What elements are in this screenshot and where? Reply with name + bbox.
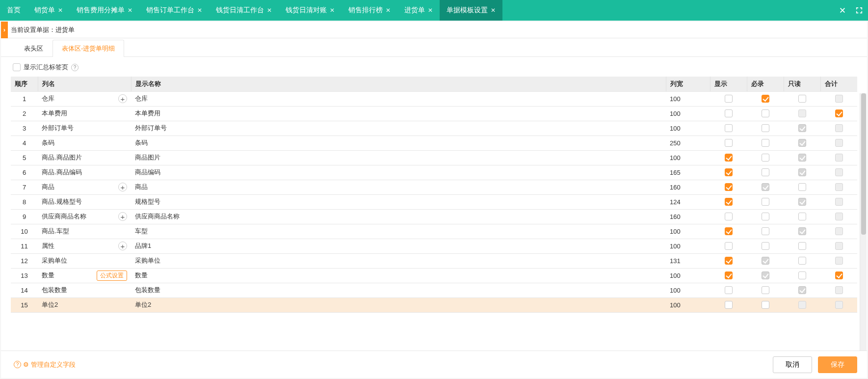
cell-width[interactable]: 131 <box>666 253 710 268</box>
cell-width[interactable]: 160 <box>666 180 710 194</box>
table-row[interactable]: 2本单费用本单费用100 <box>11 106 857 121</box>
cell-display-name[interactable]: 条码 <box>131 135 666 150</box>
required-checkbox[interactable] <box>762 286 769 294</box>
readonly-checkbox[interactable] <box>798 95 806 103</box>
table-row[interactable]: 7商品+商品160 <box>11 180 857 194</box>
table-row[interactable]: 15单位2单位2100 <box>11 298 857 312</box>
sub-tab-0[interactable]: 表头区 <box>15 40 53 57</box>
top-tab-7[interactable]: 进货单✕ <box>397 0 440 21</box>
sub-tab-1[interactable]: 表体区-进货单明细 <box>53 40 124 57</box>
tab-close-icon[interactable]: ✕ <box>267 7 272 14</box>
cell-display-name[interactable]: 外部订单号 <box>131 121 666 135</box>
cell-width[interactable]: 100 <box>666 224 710 239</box>
cell-width[interactable]: 100 <box>666 298 710 312</box>
cell-width[interactable]: 250 <box>666 135 710 150</box>
cell-display-name[interactable]: 供应商商品名称 <box>131 209 666 224</box>
cancel-button[interactable]: 取消 <box>773 356 812 373</box>
tab-close-icon[interactable]: ✕ <box>197 7 202 14</box>
add-icon[interactable]: + <box>118 183 127 191</box>
show-checkbox[interactable] <box>725 95 733 103</box>
readonly-checkbox[interactable] <box>798 271 806 279</box>
cell-display-name[interactable]: 品牌1 <box>131 239 666 253</box>
tab-close-icon[interactable]: ✕ <box>491 7 496 14</box>
readonly-checkbox[interactable] <box>798 183 806 191</box>
table-row[interactable]: 3外部订单号外部订单号100 <box>11 121 857 135</box>
cell-width[interactable]: 100 <box>666 150 710 165</box>
show-checkbox[interactable] <box>725 286 733 294</box>
required-checkbox[interactable] <box>762 124 769 132</box>
required-checkbox[interactable] <box>762 139 769 147</box>
close-all-icon[interactable] <box>839 6 846 14</box>
table-row[interactable]: 9供应商商品名称+供应商商品名称160 <box>11 209 857 224</box>
table-row[interactable]: 13数量公式设置数量100 <box>11 268 857 283</box>
tab-close-icon[interactable]: ✕ <box>128 7 132 14</box>
show-checkbox[interactable] <box>725 301 733 309</box>
cell-width[interactable]: 100 <box>666 91 710 106</box>
cell-width[interactable]: 165 <box>666 165 710 180</box>
manage-custom-fields-link[interactable]: 管理自定义字段 <box>31 360 76 369</box>
formula-settings-tag[interactable]: 公式设置 <box>97 271 127 281</box>
cell-display-name[interactable]: 采购单位 <box>131 253 666 268</box>
table-row[interactable]: 8商品.规格型号规格型号124 <box>11 194 857 209</box>
scrollbar-thumb[interactable] <box>861 93 866 235</box>
required-checkbox[interactable] <box>762 168 769 176</box>
cell-width[interactable]: 160 <box>666 209 710 224</box>
cell-width[interactable]: 100 <box>666 121 710 135</box>
cell-width[interactable]: 100 <box>666 239 710 253</box>
cell-display-name[interactable]: 本单费用 <box>131 106 666 121</box>
table-row[interactable]: 10商品.车型车型100 <box>11 224 857 239</box>
add-icon[interactable]: + <box>118 94 127 103</box>
total-checkbox[interactable] <box>835 271 843 279</box>
show-checkbox[interactable] <box>725 213 733 220</box>
readonly-checkbox[interactable] <box>798 213 806 220</box>
cell-display-name[interactable]: 车型 <box>131 224 666 239</box>
show-checkbox[interactable] <box>725 124 733 132</box>
table-row[interactable]: 6商品.商品编码商品编码165 <box>11 165 857 180</box>
add-icon[interactable]: + <box>118 242 127 250</box>
required-checkbox[interactable] <box>762 213 769 220</box>
cell-width[interactable]: 100 <box>666 268 710 283</box>
required-checkbox[interactable] <box>762 301 769 309</box>
footer-help-icon[interactable]: ? <box>14 361 21 368</box>
show-checkbox[interactable] <box>725 154 733 162</box>
required-checkbox[interactable] <box>762 198 769 206</box>
help-icon[interactable]: ? <box>71 64 79 71</box>
tab-close-icon[interactable]: ✕ <box>58 7 63 14</box>
total-checkbox[interactable] <box>835 109 843 117</box>
show-checkbox[interactable] <box>725 109 733 117</box>
table-row[interactable]: 14包装数量包装数量100 <box>11 283 857 298</box>
top-tab-0[interactable]: 首页 <box>0 0 27 21</box>
cell-display-name[interactable]: 规格型号 <box>131 194 666 209</box>
tab-close-icon[interactable]: ✕ <box>330 7 335 14</box>
top-tab-2[interactable]: 销售费用分摊单✕ <box>70 0 139 21</box>
cell-width[interactable]: 100 <box>666 283 710 298</box>
required-checkbox[interactable] <box>762 242 769 250</box>
add-icon[interactable]: + <box>118 212 127 221</box>
required-checkbox[interactable] <box>762 109 769 117</box>
top-tab-5[interactable]: 钱货日清对账✕ <box>279 0 342 21</box>
table-row[interactable]: 1仓库+仓库100 <box>11 91 857 106</box>
show-checkbox[interactable] <box>725 227 733 235</box>
top-tab-6[interactable]: 销售排行榜✕ <box>342 0 397 21</box>
vertical-scrollbar[interactable] <box>860 93 867 351</box>
show-summary-checkbox-label[interactable]: 显示汇总标签页 <box>11 62 68 73</box>
table-row[interactable]: 5商品.商品图片商品图片100 <box>11 150 857 165</box>
tab-close-icon[interactable]: ✕ <box>386 7 391 14</box>
required-checkbox[interactable] <box>762 95 769 103</box>
table-row[interactable]: 11属性+品牌1100 <box>11 239 857 253</box>
readonly-checkbox[interactable] <box>798 242 806 250</box>
show-checkbox[interactable] <box>725 242 733 250</box>
cell-width[interactable]: 100 <box>666 106 710 121</box>
table-row[interactable]: 4条码条码250 <box>11 135 857 150</box>
top-tab-4[interactable]: 钱货日清工作台✕ <box>209 0 279 21</box>
show-checkbox[interactable] <box>725 271 733 279</box>
save-button[interactable]: 保存 <box>818 356 857 373</box>
cell-display-name[interactable]: 包装数量 <box>131 283 666 298</box>
required-checkbox[interactable] <box>762 154 769 162</box>
top-tab-3[interactable]: 销售订单工作台✕ <box>139 0 209 21</box>
show-summary-checkbox[interactable] <box>13 63 21 71</box>
show-checkbox[interactable] <box>725 198 733 206</box>
expand-handle-icon[interactable]: › <box>1 22 8 38</box>
show-checkbox[interactable] <box>725 139 733 147</box>
cell-display-name[interactable]: 数量 <box>131 268 666 283</box>
